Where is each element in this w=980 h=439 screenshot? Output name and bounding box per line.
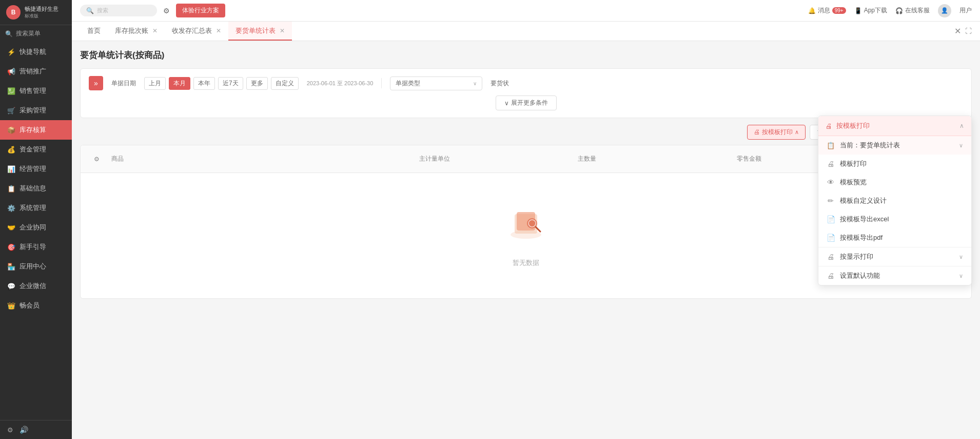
tab-label-home: 首页 (87, 26, 101, 35)
sidebar-item-operation[interactable]: 📊 经营管理 (0, 159, 72, 179)
close-window-btn[interactable]: ✕ (954, 26, 961, 36)
nav-label-marketing: 营销推广 (19, 67, 46, 76)
sidebar-item-sales[interactable]: 💹 销售管理 (0, 81, 72, 101)
dropdown-chevron-icon[interactable]: ∧ (959, 122, 964, 129)
nav-icon-guide: 🎯 (7, 243, 15, 251)
dropdown-icon-template-print: 🖨 (827, 160, 835, 168)
empty-icon (505, 204, 546, 252)
sidebar-item-guide[interactable]: 🎯 新手引导 (0, 237, 72, 257)
sidebar-item-member[interactable]: 👑 畅会员 (0, 296, 72, 315)
nav-icon-member: 👑 (7, 301, 15, 310)
order-type-select[interactable]: 单据类型 ∨ (390, 77, 482, 90)
date-btn-current-year[interactable]: 本年 (193, 77, 215, 90)
notifications-item[interactable]: 🔔 消息 99+ (808, 6, 846, 15)
page-content: 要货单统计表(按商品) » 单据日期 上月本月本年近7天更多自定义 2023-0… (72, 41, 980, 439)
sidebar-nav: ⚡ 快捷导航📢 营销推广💹 销售管理🛒 采购管理📦 库存核算💰 资金管理📊 经营… (0, 42, 72, 420)
dropdown-printer-icon: 🖨 (826, 122, 832, 130)
date-btn-more[interactable]: 更多 (246, 77, 268, 90)
tab-bar: 首页库存批次账✕收发存汇总表✕要货单统计表✕ ✕ ⛶ (72, 22, 980, 41)
tab-close-receipt-summary[interactable]: ✕ (216, 27, 221, 34)
nav-label-operation: 经营管理 (19, 164, 46, 174)
date-btn-custom[interactable]: 自定义 (271, 77, 299, 90)
dropdown-item-template-design[interactable]: ✏ 模板自定义设计 (818, 192, 971, 210)
dropdown-label-export-pdf: 按模板导出pdf (840, 233, 883, 242)
expand-window-btn[interactable]: ⛶ (965, 27, 972, 35)
sidebar-item-collab[interactable]: 🤝 企业协同 (0, 218, 72, 237)
dropdown-item-export-pdf[interactable]: 📄 按模板导出pdf (818, 228, 971, 247)
sidebar-item-marketing[interactable]: 📢 营销推广 (0, 62, 72, 81)
header-gear-icon[interactable]: ⚙ (163, 7, 170, 15)
expand-more-row: ∨ 展开更多条件 (89, 96, 963, 110)
date-btn-current-month[interactable]: 本月 (169, 77, 190, 90)
dropdown-section-default-func[interactable]: 🖨 设置默认功能 ∨ (818, 266, 971, 285)
date-btn-last-7-days[interactable]: 近7天 (218, 77, 243, 90)
user-avatar[interactable]: 👤 (938, 4, 951, 17)
trial-button[interactable]: 体验行业方案 (176, 4, 225, 17)
dropdown-item-template-print[interactable]: 🖨 模板打印 (818, 155, 971, 173)
current-arrow-icon: ∨ (959, 142, 963, 149)
dropdown-icon-template-preview: 👁 (827, 178, 835, 186)
date-range-display: 2023-06-01 至 2023-06-30 (307, 80, 374, 87)
app-download-item[interactable]: 📱 App下载 (854, 6, 887, 15)
download-icon: 📱 (854, 7, 862, 14)
nav-label-collab: 企业协同 (19, 223, 46, 232)
sidebar-item-wecom[interactable]: 💬 企业微信 (0, 276, 72, 296)
nav-icon-basic: 📋 (7, 184, 15, 193)
online-service-label: 在线客服 (905, 6, 930, 15)
nav-icon-quick-nav: ⚡ (7, 48, 15, 56)
tab-receipt-summary[interactable]: 收发存汇总表✕ (165, 22, 228, 41)
dropdown-icon-export-pdf: 📄 (827, 234, 835, 242)
sidebar-item-finance[interactable]: 💰 资金管理 (0, 140, 72, 159)
online-service-item[interactable]: 🎧 在线客服 (895, 6, 930, 15)
section-arrow-display-print: ∨ (959, 254, 963, 260)
headset-icon: 🎧 (895, 7, 903, 14)
date-btn-prev-month[interactable]: 上月 (144, 77, 166, 90)
tab-label-inventory-batch: 库存批次账 (115, 26, 148, 35)
dropdown-label-template-preview: 模板预览 (840, 178, 867, 187)
nav-label-inventory: 库存核算 (19, 125, 46, 135)
filter-expand-btn[interactable]: » (89, 76, 103, 90)
nav-icon-purchase: 🛒 (7, 106, 15, 114)
sidebar-item-basic[interactable]: 📋 基础信息 (0, 179, 72, 198)
tab-home[interactable]: 首页 (80, 22, 108, 41)
section-arrow-default-func: ∨ (959, 273, 963, 279)
settings-icon[interactable]: ⚙ (7, 426, 13, 434)
notifications-label: 消息 (818, 6, 830, 15)
filter-divider (381, 78, 382, 88)
current-template-item[interactable]: 📋 当前：要货单统计表 ∨ (818, 136, 971, 155)
dropdown-section-display-print[interactable]: 🖨 按显示打印 ∨ (818, 247, 971, 266)
date-filter-label: 单据日期 (111, 79, 136, 88)
dropdown-item-template-preview[interactable]: 👁 模板预览 (818, 173, 971, 192)
app-name: 畅捷通好生意 (25, 5, 58, 12)
order-status-label: 要货状 (491, 79, 509, 88)
expand-more-label: 展开更多条件 (511, 99, 548, 107)
sidebar-item-appstore[interactable]: 🏪 应用中心 (0, 257, 72, 276)
select-arrow-icon: ∨ (473, 81, 477, 86)
section-icon-default-func: 🖨 (827, 272, 835, 280)
main-area: 🔍 搜索 ⚙ 体验行业方案 🔔 消息 99+ 📱 App下载 🎧 在线客服 👤 … (72, 0, 980, 439)
filter-row: » 单据日期 上月本月本年近7天更多自定义 2023-06-01 至 2023-… (89, 76, 963, 90)
speaker-icon[interactable]: 🔊 (19, 426, 28, 434)
tab-inventory-batch[interactable]: 库存批次账✕ (108, 22, 165, 41)
tab-order-stats[interactable]: 要货单统计表✕ (228, 22, 292, 41)
search-menu-item[interactable]: 🔍 搜索菜单 (0, 25, 72, 42)
tab-close-inventory-batch[interactable]: ✕ (152, 27, 158, 34)
dropdown-header: 🖨 按模板打印 ∧ (818, 116, 971, 136)
expand-more-btn[interactable]: ∨ 展开更多条件 (496, 96, 557, 110)
search-icon: 🔍 (5, 30, 13, 37)
bell-icon: 🔔 (808, 7, 816, 14)
app-download-label: App下载 (864, 6, 887, 15)
print-template-btn[interactable]: 🖨 按模板打印 ∧ (747, 125, 806, 140)
sidebar-item-inventory[interactable]: 📦 库存核算 (0, 120, 72, 140)
dropdown-item-export-excel[interactable]: 📄 按模板导出excel (818, 210, 971, 228)
sidebar-item-quick-nav[interactable]: ⚡ 快捷导航 (0, 42, 72, 62)
print-arrow-icon: ∧ (795, 129, 799, 136)
tab-close-order-stats[interactable]: ✕ (280, 27, 285, 34)
sidebar-item-purchase[interactable]: 🛒 采购管理 (0, 101, 72, 120)
header-search-bar[interactable]: 🔍 搜索 (80, 5, 157, 16)
nav-icon-finance: 💰 (7, 145, 15, 154)
print-dropdown: 🖨 按模板打印 ∧ 📋 当前：要货单统计表 ∨ 🖨 模板打印👁 模板预览✏ 模板… (818, 116, 972, 285)
tab-label-receipt-summary: 收发存汇总表 (172, 26, 212, 35)
sidebar-item-system[interactable]: ⚙️ 系统管理 (0, 198, 72, 218)
dropdown-label-template-print: 模板打印 (840, 159, 867, 168)
